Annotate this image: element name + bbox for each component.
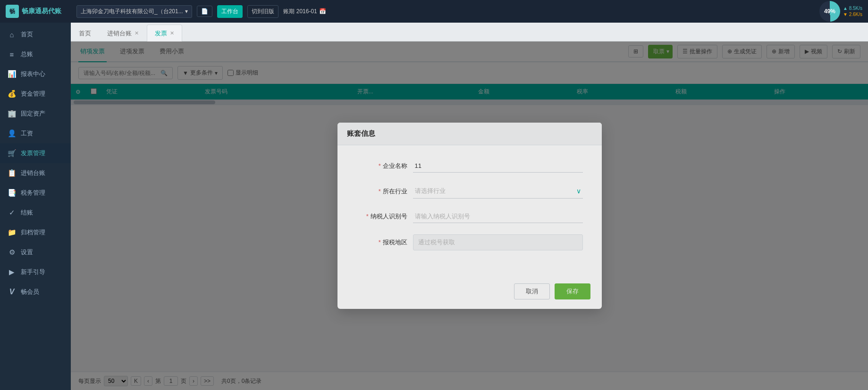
app-name: 畅康通易代账 <box>22 7 61 16</box>
tab-sales-ledger[interactable]: 进销台账 ✕ <box>99 25 147 41</box>
sidebar-item-home[interactable]: ⌂ 首页 <box>0 25 71 44</box>
form-row-tax-id: * 纳税人识别号 <box>356 210 583 223</box>
sidebar-label-ledger: 总账 <box>21 50 33 58</box>
save-button[interactable]: 保存 <box>555 283 590 299</box>
calendar-icon[interactable]: 📅 <box>319 8 326 15</box>
sidebar-item-fixed-assets[interactable]: 🏢 固定资产 <box>0 104 71 124</box>
document-icon: 📄 <box>201 8 208 15</box>
archive-icon: 📁 <box>8 228 16 237</box>
sidebar-label-home: 首页 <box>21 30 33 39</box>
company-name: 上海卯金刀电子科技有限公司_（台201... <box>81 8 183 16</box>
sidebar-label-settings: 设置 <box>21 248 33 257</box>
sidebar-label-salary: 工资 <box>21 129 33 138</box>
upload-percent-circle: 49% <box>819 1 840 22</box>
invoice-content: 销项发票 进项发票 费用小票 ⊞ 取票 ▾ ☰ <box>71 41 868 390</box>
tab-bar: 首页 进销台账 ✕ 发票 ✕ <box>71 23 868 41</box>
tab-invoice-close[interactable]: ✕ <box>170 30 174 36</box>
input-tax-id[interactable] <box>413 210 583 223</box>
sidebar-label-guide: 新手引导 <box>21 268 45 276</box>
switch-old-button[interactable]: 切到旧版 <box>247 5 278 18</box>
reports-icon: 📊 <box>8 70 16 78</box>
modal-header: 账套信息 <box>337 123 602 145</box>
settle-icon: ✓ <box>8 208 16 217</box>
sales-ledger-icon: 📋 <box>8 169 16 177</box>
top-bar-right: 49% ▲ 8.5K/s ▼ 2.6K/s <box>819 1 862 22</box>
company-selector[interactable]: 上海卯金刀电子科技有限公司_（台201... ▾ <box>76 5 192 18</box>
home-icon: ⌂ <box>8 31 16 39</box>
tab-home-label: 首页 <box>79 29 91 38</box>
top-bar: 畅 畅康通易代账 上海卯金刀电子科技有限公司_（台201... ▾ 📄 工作台 … <box>0 0 868 23</box>
tab-home[interactable]: 首页 <box>71 25 99 41</box>
readonly-tax-region: 通过税号获取 <box>413 234 583 250</box>
tax-icon: 📑 <box>8 189 16 197</box>
label-company-name: * 企业名称 <box>356 162 413 170</box>
modal-footer: 取消 保存 <box>337 276 602 309</box>
funds-icon: 💰 <box>8 90 16 98</box>
input-company-name[interactable] <box>413 159 583 173</box>
main-content: 首页 进销台账 ✕ 发票 ✕ 销项发票 进项发票 费用 <box>71 23 868 390</box>
sidebar-item-reports[interactable]: 📊 报表中心 <box>0 64 71 84</box>
form-row-industry: * 所在行业 请选择行业 ∨ <box>356 184 583 199</box>
sidebar-label-sales-ledger: 进销台账 <box>21 169 45 177</box>
logo-icon: 畅 <box>6 5 19 18</box>
sidebar-label-funds: 资金管理 <box>21 90 45 98</box>
account-period: 账期 2016-01 📅 <box>283 8 326 16</box>
invoice-mgmt-icon: 🛒 <box>8 149 16 158</box>
label-industry: * 所在行业 <box>356 187 413 196</box>
sidebar-item-funds[interactable]: 💰 资金管理 <box>0 84 71 104</box>
guide-icon: ▶ <box>8 268 16 276</box>
ledger-icon: ≡ <box>8 50 16 58</box>
fixed-assets-icon: 🏢 <box>8 109 16 118</box>
label-tax-region: * 报税地区 <box>356 238 413 247</box>
tab-invoice-label: 发票 <box>155 29 167 38</box>
form-row-tax-region: * 报税地区 通过税号获取 <box>356 234 583 250</box>
main-layout: ⌂ 首页 ≡ 总账 📊 报表中心 💰 资金管理 🏢 固定资产 👤 工资 🛒 发票… <box>0 23 868 390</box>
settings-icon: ⚙ <box>8 248 16 257</box>
sidebar-item-settings[interactable]: ⚙ 设置 <box>0 242 71 262</box>
sidebar-item-member[interactable]: V 畅会员 <box>0 282 71 302</box>
sidebar-item-ledger[interactable]: ≡ 总账 <box>0 44 71 64</box>
sidebar-item-invoice-mgmt[interactable]: 🛒 发票管理 <box>0 143 71 163</box>
tab-sales-ledger-close[interactable]: ✕ <box>135 30 139 36</box>
sidebar-label-tax: 税务管理 <box>21 189 45 197</box>
salary-icon: 👤 <box>8 129 16 138</box>
chevron-down-icon: ▾ <box>185 8 188 15</box>
sidebar-label-settle: 结账 <box>21 208 33 217</box>
modal-overlay: 账套信息 * 企业名称 <box>71 41 868 390</box>
member-icon: V <box>8 288 16 296</box>
sidebar: ⌂ 首页 ≡ 总账 📊 报表中心 💰 资金管理 🏢 固定资产 👤 工资 🛒 发票… <box>0 23 71 390</box>
industry-dropdown-arrow: ∨ <box>576 187 581 195</box>
doc-icon-btn[interactable]: 📄 <box>197 6 212 17</box>
sidebar-label-fixed-assets: 固定资产 <box>21 109 45 118</box>
sidebar-item-tax[interactable]: 📑 税务管理 <box>0 183 71 203</box>
app-logo: 畅 畅康通易代账 <box>6 5 72 18</box>
cancel-button[interactable]: 取消 <box>514 283 550 299</box>
sidebar-item-archive[interactable]: 📁 归档管理 <box>0 223 71 242</box>
sidebar-item-sales-ledger[interactable]: 📋 进销台账 <box>0 163 71 183</box>
sidebar-item-settle[interactable]: ✓ 结账 <box>0 203 71 223</box>
sidebar-label-archive: 归档管理 <box>21 228 45 237</box>
modal-body: * 企业名称 * 所在行业 请选择行业 <box>337 145 602 276</box>
workspace-button[interactable]: 工作台 <box>217 5 243 18</box>
network-speeds: ▲ 8.5K/s ▼ 2.6K/s <box>843 6 862 17</box>
form-row-company-name: * 企业名称 <box>356 159 583 173</box>
sidebar-label-member: 畅会员 <box>21 288 39 296</box>
sidebar-item-salary[interactable]: 👤 工资 <box>0 124 71 143</box>
sidebar-label-reports: 报表中心 <box>21 70 45 78</box>
select-industry[interactable]: 请选择行业 ∨ <box>413 184 583 199</box>
tab-sales-ledger-label: 进销台账 <box>107 29 132 38</box>
account-info-modal: 账套信息 * 企业名称 <box>337 123 602 309</box>
sidebar-item-guide[interactable]: ▶ 新手引导 <box>0 262 71 282</box>
tab-invoice[interactable]: 发票 ✕ <box>147 25 182 41</box>
label-tax-id: * 纳税人识别号 <box>356 212 413 221</box>
sidebar-label-invoice-mgmt: 发票管理 <box>21 149 45 158</box>
